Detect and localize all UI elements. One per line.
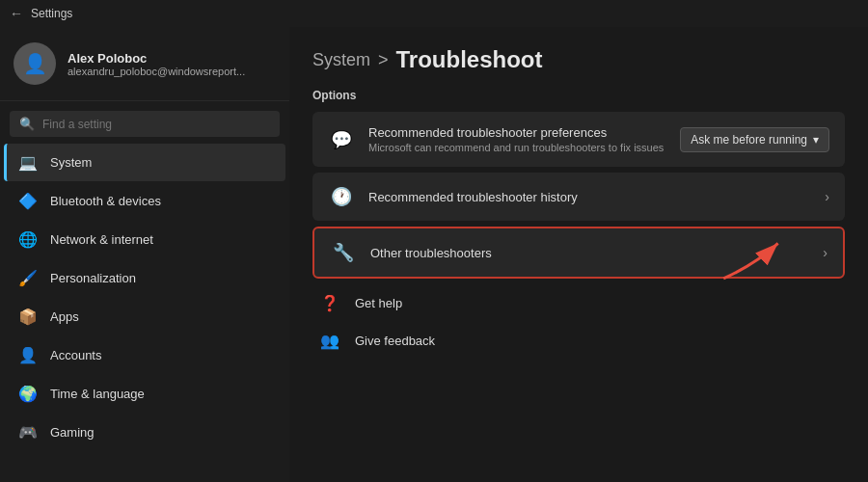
- help-icon-give-feedback: 👥: [316, 332, 343, 350]
- content-area: System > Troubleshoot Options 💬 Recommen…: [289, 27, 868, 482]
- help-label-give-feedback: Give feedback: [355, 334, 435, 348]
- help-icon-get-help: ❓: [316, 294, 343, 312]
- nav-icon-personalization: 🖌️: [17, 269, 39, 287]
- setting-text-troubleshooter-history: Recommended troubleshooter history: [368, 190, 811, 204]
- nav-label-accounts: Accounts: [50, 348, 101, 362]
- user-info: Alex Poloboc alexandru_poloboc@windowsre…: [68, 51, 245, 77]
- nav-label-gaming: Gaming: [50, 425, 95, 440]
- breadcrumb-separator: >: [378, 50, 389, 70]
- setting-item-recommended-prefs[interactable]: 💬 Recommended troubleshooter preferences…: [312, 112, 845, 167]
- dropdown-button[interactable]: Ask me before running ▾: [680, 127, 829, 152]
- user-email: alexandru_poloboc@windowsreport...: [68, 66, 245, 77]
- help-item-give-feedback[interactable]: 👥 Give feedback: [312, 322, 845, 360]
- setting-icon-recommended-prefs: 💬: [328, 129, 355, 150]
- nav-icon-gaming: 🎮: [17, 423, 39, 442]
- nav-icon-apps: 📦: [17, 308, 39, 326]
- help-list: ❓ Get help 👥 Give feedback: [312, 284, 845, 360]
- dropdown-label: Ask me before running: [691, 133, 807, 147]
- main-layout: 👤 Alex Poloboc alexandru_poloboc@windows…: [0, 27, 868, 482]
- setting-title: Recommended troubleshooter history: [368, 190, 811, 204]
- app-title: Settings: [31, 7, 72, 20]
- nav-label-personalization: Personalization: [50, 271, 136, 285]
- breadcrumb-current: Troubleshoot: [396, 46, 543, 73]
- title-bar: ← Settings: [0, 0, 868, 27]
- user-profile[interactable]: 👤 Alex Poloboc alexandru_poloboc@windows…: [0, 27, 289, 101]
- nav-icon-time: 🌍: [17, 385, 39, 403]
- sidebar-item-time[interactable]: 🌍 Time & language: [4, 375, 285, 413]
- nav-label-time: Time & language: [50, 387, 145, 401]
- user-name: Alex Poloboc: [68, 51, 245, 66]
- breadcrumb: System > Troubleshoot: [312, 46, 845, 73]
- setting-desc: Microsoft can recommend and run troubles…: [368, 142, 666, 153]
- help-label-get-help: Get help: [355, 296, 402, 310]
- nav-label-apps: Apps: [50, 309, 79, 324]
- setting-title: Recommended troubleshooter preferences: [368, 125, 666, 140]
- setting-text-recommended-prefs: Recommended troubleshooter preferences M…: [368, 125, 666, 153]
- avatar: 👤: [14, 42, 56, 85]
- chevron-right-icon: ›: [825, 189, 829, 204]
- chevron-down-icon: ▾: [813, 133, 819, 147]
- sidebar-item-accounts[interactable]: 👤 Accounts: [4, 336, 285, 374]
- breadcrumb-parent: System: [312, 50, 370, 70]
- setting-item-troubleshooter-history[interactable]: 🕐 Recommended troubleshooter history ›: [312, 173, 845, 221]
- nav-label-system: System: [50, 155, 92, 170]
- nav-icon-network: 🌐: [17, 230, 39, 249]
- search-box[interactable]: 🔍: [10, 111, 280, 137]
- nav-icon-accounts: 👤: [17, 346, 39, 364]
- dropdown-action[interactable]: Ask me before running ▾: [680, 127, 829, 152]
- sidebar-item-system[interactable]: 💻 System: [4, 144, 285, 181]
- chevron-right-icon: ›: [823, 245, 827, 260]
- nav-icon-system: 💻: [17, 153, 39, 172]
- nav-label-bluetooth: Bluetooth & devices: [50, 194, 161, 208]
- section-label: Options: [312, 89, 845, 102]
- sidebar-item-network[interactable]: 🌐 Network & internet: [4, 221, 285, 258]
- setting-icon-other-troubleshooters: 🔧: [330, 242, 357, 263]
- nav-icon-bluetooth: 🔷: [17, 192, 39, 210]
- sidebar-item-gaming[interactable]: 🎮 Gaming: [4, 414, 285, 451]
- sidebar-item-bluetooth[interactable]: 🔷 Bluetooth & devices: [4, 182, 285, 220]
- sidebar-item-apps[interactable]: 📦 Apps: [4, 298, 285, 335]
- search-input[interactable]: [42, 118, 270, 131]
- back-button[interactable]: ←: [10, 6, 23, 21]
- sidebar: 👤 Alex Poloboc alexandru_poloboc@windows…: [0, 27, 289, 482]
- nav-list: 💻 System 🔷 Bluetooth & devices 🌐 Network…: [0, 143, 289, 452]
- sidebar-item-personalization[interactable]: 🖌️ Personalization: [4, 259, 285, 297]
- search-icon: 🔍: [19, 117, 35, 131]
- setting-icon-troubleshooter-history: 🕐: [328, 186, 355, 207]
- nav-label-network: Network & internet: [50, 232, 153, 247]
